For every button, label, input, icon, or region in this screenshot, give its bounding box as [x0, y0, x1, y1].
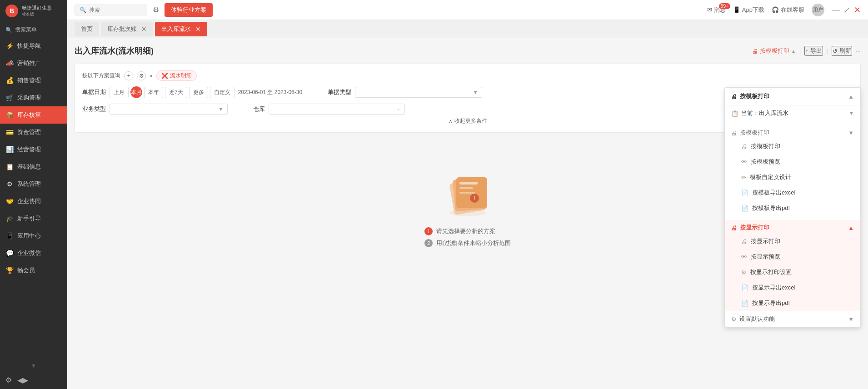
tab-home[interactable]: 首页: [75, 22, 99, 36]
sidebar-item-system[interactable]: ⚙ 系统管理: [0, 175, 67, 193]
operations-icon: 📊: [5, 146, 14, 153]
trial-btn[interactable]: 体验行业方案: [165, 3, 213, 17]
date-btn-more[interactable]: 更多: [189, 87, 208, 98]
date-btn-last-7days[interactable]: 近7天: [165, 87, 187, 98]
dropdown-item-display-print-settings[interactable]: ⚙ 按显示打印设置: [725, 264, 860, 280]
template-print-btn[interactable]: 🖨 按模板打印 ▲: [752, 47, 796, 55]
sidebar-settings-icon[interactable]: ⚙: [5, 376, 12, 384]
tab-inventory-flow-close[interactable]: ✕: [195, 25, 201, 33]
header-search-input[interactable]: [89, 7, 135, 13]
user-avatar-text: 用户: [813, 6, 823, 13]
guide-icon: 🎓: [5, 215, 14, 222]
printer-icon: 🖨: [752, 48, 758, 55]
header-online-service[interactable]: 🎧 在线客服: [772, 6, 804, 14]
date-btn-last-month[interactable]: 上月: [110, 87, 129, 98]
action-more[interactable]: ···: [856, 48, 861, 55]
empty-step-1: 1 请先选择要分析的方案: [424, 227, 510, 235]
sidebar-scroll-down[interactable]: ▼: [31, 363, 36, 369]
dropdown-item-template-export-pdf[interactable]: 📄 按模板导出pdf: [725, 200, 860, 216]
dropdown-current-item[interactable]: 📋 当前：出入库流水 ▼: [725, 105, 860, 121]
item-custom-icon: ✏: [741, 174, 746, 181]
business-type-label: 业务类型: [82, 105, 106, 113]
appstore-icon: 📱: [5, 232, 14, 239]
empty-illustration: !: [440, 167, 495, 222]
export-btn[interactable]: ↑ 导出: [804, 46, 823, 56]
sidebar-item-wechat[interactable]: 💬 企业微信: [0, 244, 67, 262]
type-field: 单据类型 ▼: [328, 87, 482, 98]
sidebar-search[interactable]: 🔍 搜索菜单: [0, 22, 67, 37]
sidebar-item-finance[interactable]: 💳 资金管理: [0, 124, 67, 141]
type-field-label: 单据类型: [328, 88, 351, 96]
dropdown-item-template-print[interactable]: 🖨 按模板打印: [725, 139, 860, 154]
sidebar-logo: B 畅捷通好生意 标准版: [0, 0, 67, 22]
sidebar-label-marketing: 营销推广: [17, 59, 41, 67]
dropdown-item-template-export-excel[interactable]: 📄 按模板导出excel: [725, 185, 860, 200]
item-pdf1-icon: 📄: [741, 205, 748, 212]
tab-batch-account-label: 库存批次账: [107, 25, 137, 33]
display-print-header[interactable]: 🖨 按显示打印 ▲: [725, 220, 860, 234]
display-print-icon: 🖨: [741, 238, 747, 245]
sidebar-label-wechat: 企业微信: [17, 249, 41, 257]
dropdown-item-template-preview[interactable]: 👁 按模板预览: [725, 154, 860, 170]
display-pdf-icon: 📄: [741, 300, 748, 307]
sidebar: B 畅捷通好生意 标准版 🔍 搜索菜单 ⚡ 快捷导航 📣 营销推广 💰 销售管理: [0, 0, 67, 389]
date-btn-custom[interactable]: 自定义: [210, 87, 234, 98]
sidebar-item-member[interactable]: 🏆 畅会员: [0, 262, 67, 279]
search-add-btn[interactable]: +: [124, 71, 133, 80]
business-type-arrow: ▼: [218, 106, 224, 112]
date-btn-this-month[interactable]: 本月: [130, 86, 142, 98]
dropdown-item-display-export-pdf[interactable]: 📄 按显示导出pdf: [725, 295, 860, 311]
service-icon: 🎧: [772, 6, 779, 13]
tab-batch-account-close[interactable]: ✕: [141, 25, 147, 33]
search-collapse-icon[interactable]: «: [150, 73, 153, 79]
date-btn-this-year[interactable]: 本年: [144, 87, 163, 98]
sidebar-item-cooperation[interactable]: 🤝 企业协同: [0, 193, 67, 210]
user-avatar[interactable]: 用户: [812, 4, 824, 16]
sidebar-item-guide[interactable]: 🎓 新手引导: [0, 210, 67, 227]
search-settings-btn[interactable]: ⚙: [137, 71, 146, 80]
header-search-box[interactable]: 🔍: [75, 5, 147, 15]
refresh-btn[interactable]: ↺ 刷新: [832, 46, 852, 56]
sidebar-item-inventory[interactable]: 📦 库存核算: [0, 106, 67, 124]
warehouse-select[interactable]: ···: [269, 104, 405, 115]
sidebar-item-operations[interactable]: 📊 经营管理: [0, 141, 67, 158]
sidebar-label-finance: 资金管理: [17, 128, 41, 136]
window-minimize-btn[interactable]: —: [832, 5, 840, 15]
sidebar-item-appstore[interactable]: 📱 应用中心: [0, 227, 67, 244]
sidebar-item-purchase[interactable]: 🛒 采购管理: [0, 89, 67, 106]
item-pdf1-label: 按模板导出pdf: [752, 204, 790, 212]
svg-rect-4: [459, 182, 478, 185]
sidebar-item-sales[interactable]: 💰 销售管理: [0, 72, 67, 89]
sidebar-item-basic[interactable]: 📋 基础信息: [0, 158, 67, 175]
display-settings-label: 按显示打印设置: [750, 268, 792, 276]
dropdown-footer[interactable]: ⚙ 设置默认功能 ▼: [725, 311, 860, 327]
dropdown-item-display-export-excel[interactable]: 📄 按显示导出excel: [725, 280, 860, 295]
display-section-text: 按显示打印: [740, 224, 769, 232]
collapse-btn[interactable]: ∧ 收起更多条件: [449, 117, 487, 125]
window-maximize-btn[interactable]: ⤢: [843, 5, 850, 15]
window-close-btn[interactable]: ✕: [854, 5, 861, 15]
template-print-header[interactable]: 🖨 按模板打印 ▼: [725, 125, 860, 139]
dropdown-item-display-preview[interactable]: 👁 按显示预览: [725, 249, 860, 264]
business-type-select[interactable]: ▼: [110, 104, 228, 115]
item-preview-label: 按模板预览: [751, 158, 780, 166]
search-label-text: 按以下方案查询: [82, 72, 120, 80]
sidebar-collapse-icon[interactable]: ◀▶: [17, 376, 28, 384]
app-icon: 📱: [733, 6, 740, 13]
sidebar-label-quick-nav: 快捷导航: [17, 42, 41, 50]
dropdown-header-up-arrow[interactable]: ▲: [848, 93, 854, 100]
dropdown-item-template-custom[interactable]: ✏ 模板自定义设计: [725, 170, 860, 185]
tab-batch-account[interactable]: 库存批次账 ✕: [101, 22, 153, 36]
dropdown-item-display-print[interactable]: 🖨 按显示打印: [725, 234, 860, 249]
sidebar-item-marketing[interactable]: 📣 营销推广: [0, 55, 67, 72]
header-app-download[interactable]: 📱 App下载: [733, 6, 764, 14]
tab-inventory-flow[interactable]: 出入库流水 ✕: [155, 22, 207, 36]
type-select[interactable]: ▼: [355, 87, 482, 98]
sales-icon: 💰: [5, 77, 14, 84]
window-controls: — ⤢ ✕: [832, 5, 861, 15]
sidebar-item-quick-nav[interactable]: ⚡ 快捷导航: [0, 37, 67, 55]
display-print-label: 按显示打印: [751, 237, 780, 245]
header-gear-icon[interactable]: ⚙: [153, 5, 159, 14]
template-print-section: 🖨 按模板打印 ▼ 🖨 按模板打印 👁 按模板预览 ✏: [725, 125, 860, 216]
header-message[interactable]: ✉ 消息 99+: [707, 6, 726, 14]
